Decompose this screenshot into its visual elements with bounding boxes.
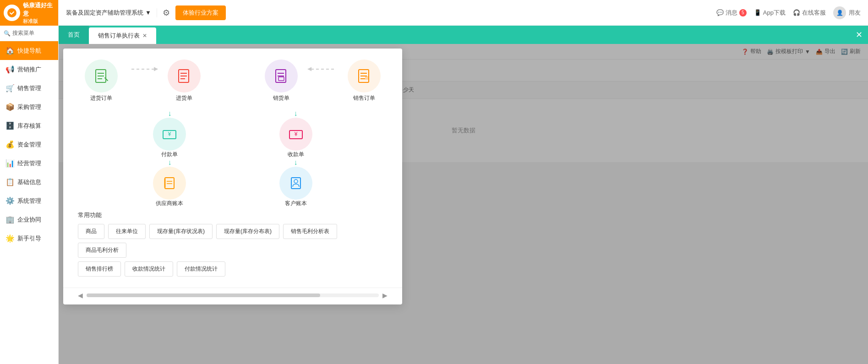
sales-bill-label: 销货单 [273,94,289,102]
finance-icon: 💰 [5,140,14,149]
purchase-icon: 📦 [5,103,14,111]
sidebar-item-quicknav[interactable]: 🏠 快捷导航 [0,41,58,60]
enterprise-icon: 🏢 [5,215,14,224]
supplier-ledger-circle[interactable] [153,167,186,200]
func-btn-sales-rank[interactable]: 销售排行榜 [78,261,121,277]
func-btn-row-2: 销售排行榜 收款情况统计 付款情况统计 [78,261,388,277]
home-icon: 🏠 [5,46,14,55]
func-btn-payment-stat[interactable]: 付款情况统计 [177,261,225,277]
purchase-bill-down: ↓ ¥ 付款单 [153,109,186,158]
topbar-right: 💬 消息 5 📱 App下载 🎧 在线客服 👤 用友 [716,6,861,19]
common-func: 常用功能 商品 往来单位 现存量(库存状况表) 现存量(库存分布表) 销售毛利分… [78,211,388,277]
func-btn-partners[interactable]: 往来单位 [108,224,146,239]
sidebar-item-label-sales: 销售管理 [17,84,41,92]
svg-rect-22 [165,178,174,189]
sidebar-item-newbie[interactable]: 🌟 新手引导 [0,229,58,248]
user-display[interactable]: 👤 用友 [833,6,861,19]
inventory-icon: 🗄️ [5,121,14,130]
search-label: 搜索菜单 [12,29,34,37]
scroll-row: ◀ ▶ [78,292,388,299]
sidebar: 畅康通好生意 标准版 🔍 搜索菜单 🏠 快捷导航 📢 营销推广 🛒 销售管理 📦… [0,0,59,364]
settings-icon[interactable]: ⚙ [163,8,170,18]
tab-home-label: 首页 [68,31,80,39]
dropdown-icon: ▼ [145,9,151,16]
system-title-dropdown[interactable]: 装备及固定资产辅助管理系统 ▼ [66,9,151,17]
sidebar-item-label-system: 系统管理 [17,197,41,205]
svg-rect-17 [365,76,369,80]
modal-scrollbar: ◀ ▶ [63,288,402,304]
sidebar-item-label-operation: 经营管理 [17,159,41,168]
tabbar: 首页 销售订单执行表 ✕ ✕ [59,26,868,44]
online-service-item[interactable]: 🎧 在线客服 [793,9,826,17]
scroll-track[interactable] [87,293,379,297]
system-icon: ⚙️ [5,196,14,205]
sidebar-item-label-newbie: 新手引导 [17,234,41,243]
avatar: 👤 [833,6,846,19]
sidebar-item-purchase[interactable]: 📦 采购管理 [0,98,58,116]
message-icon: 💬 [716,9,724,16]
basic-icon: 📋 [5,178,14,186]
sidebar-item-basic[interactable]: 📋 基础信息 [0,173,58,191]
sidebar-item-operation[interactable]: 📊 经营管理 [0,154,58,173]
svg-text:¥: ¥ [168,131,171,137]
purchase-bill-circle [168,60,201,92]
topbar: 装备及固定资产辅助管理系统 ▼ ⚙ 体验行业方案 💬 消息 5 📱 App下载 … [59,0,868,26]
flow-section-bottom: ↓ 供应商账本 [78,158,388,207]
tab-close-icon[interactable]: ✕ [142,33,147,39]
func-btn-goods[interactable]: 商品 [78,224,104,239]
scroll-thumb[interactable] [87,293,320,297]
scroll-right-arrow[interactable]: ▶ [382,292,388,299]
tab-home[interactable]: 首页 [59,26,89,44]
func-btn-stock-status[interactable]: 现存量(库存状况表) [149,224,213,239]
sidebar-item-sales[interactable]: 🛒 销售管理 [0,79,58,98]
search-icon: 🔍 [4,30,11,37]
flow-node-purchase-order[interactable]: 进货订单 [85,60,118,102]
empty-col1 [92,109,125,158]
flow-node-sales-bill[interactable]: 销货单 [265,60,298,102]
headset-icon: 🎧 [793,9,800,16]
flow-node-sales-order[interactable]: 销售订单 [348,60,381,102]
func-btn-goods-profit[interactable]: 商品毛利分析 [78,243,126,258]
sidebar-item-label-quicknav: 快捷导航 [17,47,41,55]
sidebar-item-finance[interactable]: 💰 资金管理 [0,135,58,154]
tab-sales-order-label: 销售订单执行表 [98,32,140,40]
flow-node-purchase-bill[interactable]: 进货单 [168,60,201,102]
sidebar-item-inventory[interactable]: 🗄️ 库存核算 [0,116,58,135]
empty-b1 [92,158,125,207]
payment-down: ↓ 供应商账本 [153,158,186,207]
func-btn-stock-dist[interactable]: 现存量(库存分布表) [216,224,279,239]
sidebar-item-label-marketing: 营销推广 [17,65,41,74]
app-subtitle: 标准版 [23,18,55,25]
operation-icon: 📊 [5,159,14,168]
sidebar-item-marketing[interactable]: 📢 营销推广 [0,60,58,79]
svg-rect-12 [278,77,284,81]
sales-order-label: 销售订单 [353,94,375,102]
scroll-left-arrow[interactable]: ◀ [78,292,83,299]
sidebar-item-system[interactable]: ⚙️ 系统管理 [0,191,58,210]
system-title-text: 装备及固定资产辅助管理系统 [66,9,143,17]
modal-overlay[interactable]: 进货订单 ▶ [59,44,868,364]
empty-col2 [214,109,251,158]
tab-sales-order[interactable]: 销售订单执行表 ✕ [89,27,156,44]
online-service-label: 在线客服 [802,9,826,17]
avatar-text: 👤 [836,10,843,16]
trial-btn[interactable]: 体验行业方案 [175,5,226,20]
func-btn-sales-profit[interactable]: 销售毛利分析表 [283,224,337,239]
app-download-item[interactable]: 📱 App下载 [754,9,786,17]
message-item[interactable]: 💬 消息 5 [716,9,747,17]
purchase-order-circle [85,60,118,92]
func-btn-receipt-stat[interactable]: 收款情况统计 [125,261,173,277]
payment-bill-circle[interactable]: ¥ [153,118,186,151]
receipt-bill-circle[interactable]: ¥ [279,118,312,151]
sidebar-item-enterprise[interactable]: 🏢 企业协同 [0,210,58,229]
customer-ledger-circle[interactable] [279,167,312,200]
search-menu[interactable]: 🔍 搜索菜单 [0,26,58,41]
sidebar-item-label-inventory: 库存核算 [17,122,41,130]
sales-bill-circle [265,60,298,92]
phone-icon: 📱 [754,9,761,16]
message-label: 消息 [726,9,737,17]
sales-bill-down: ↓ ¥ 收款单 [279,109,312,158]
svg-text:¥: ¥ [294,131,297,137]
receipt-down: ↓ 客户账本 [279,158,312,207]
tabbar-close-btn[interactable]: ✕ [856,30,863,40]
